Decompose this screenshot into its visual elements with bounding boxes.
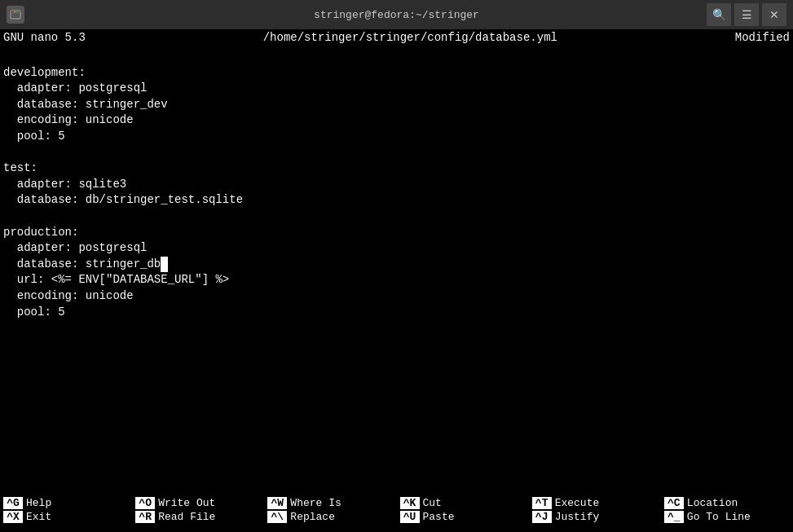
shortcut-label-justify: Justify [555,511,600,523]
svg-point-3 [14,11,15,13]
shortcut-label-cut: Cut [423,497,442,509]
shortcut-label-whereis: Where Is [290,497,341,509]
shortcut-label-paste: Paste [423,511,455,523]
window-title: stringer@fedora:~/stringer [314,9,479,21]
editor-area[interactable]: development: adapter: postgresql databas… [0,46,793,486]
shortcut-whereis-replace[interactable]: ^W Where Is ^\ Replace [264,488,396,532]
shortcut-help-row: ^G Help [3,497,51,509]
terminal-icon [7,6,24,24]
nano-header: GNU nano 5.3 /home/stringer/stringer/con… [0,29,793,46]
shortcut-label-readfile: Read File [158,511,215,523]
shortcut-key-writeout: ^O [135,497,155,509]
shortcut-paste-row: ^U Paste [400,511,455,523]
shortcut-bar: ^G Help ^X Exit ^O Write Out ^R Read Fil… [0,488,793,532]
shortcut-whereis-row: ^W Where Is [267,497,341,509]
title-buttons: 🔍 ☰ ✕ [707,3,786,26]
text-cursor [161,257,168,273]
shortcut-location-row: ^C Location [664,497,738,509]
svg-point-2 [12,11,14,13]
shortcut-exit-row: ^X Exit [3,511,51,523]
close-button[interactable]: ✕ [762,3,786,26]
menu-button[interactable]: ☰ [734,3,759,26]
editor-content: development: adapter: postgresql databas… [3,66,243,319]
shortcut-key-exit: ^X [3,511,23,523]
shortcut-key-readfile: ^R [135,511,155,523]
shortcut-replace-row: ^\ Replace [267,511,335,523]
shortcut-key-paste: ^U [400,511,420,523]
shortcut-label-replace: Replace [290,511,335,523]
shortcut-writeout-row: ^O Write Out [135,497,215,509]
shortcut-key-cut: ^K [400,497,420,509]
shortcut-key-help: ^G [3,497,23,509]
shortcut-key-gotoline: ^_ [664,511,684,523]
shortcut-cut-row: ^K Cut [400,497,442,509]
shortcut-write-read[interactable]: ^O Write Out ^R Read File [132,488,264,532]
shortcut-label-location: Location [687,497,738,509]
shortcut-label-help: Help [26,497,51,509]
shortcut-execute-row: ^T Execute [532,497,600,509]
shortcut-cut-paste[interactable]: ^K Cut ^U Paste [397,488,529,532]
nano-modified-status: Modified [735,31,793,44]
shortcut-label-exit: Exit [26,511,51,523]
search-button[interactable]: 🔍 [707,3,731,26]
shortcut-execute-justify[interactable]: ^T Execute ^J Justify [529,488,661,532]
shortcut-key-justify: ^J [532,511,552,523]
shortcut-key-replace: ^\ [267,511,287,523]
shortcut-label-gotoline: Go To Line [687,511,751,523]
title-left [7,6,24,24]
shortcut-key-whereis: ^W [267,497,287,509]
shortcut-key-location: ^C [664,497,684,509]
shortcut-key-execute: ^T [532,497,552,509]
svg-point-4 [16,11,18,13]
shortcut-label-writeout: Write Out [158,497,215,509]
title-bar: stringer@fedora:~/stringer 🔍 ☰ ✕ [0,0,793,29]
shortcut-location-gotoline[interactable]: ^C Location ^_ Go To Line [661,488,793,532]
nano-app-version: GNU nano 5.3 [0,31,86,44]
shortcut-label-execute: Execute [555,497,600,509]
shortcut-readfile-row: ^R Read File [135,511,215,523]
shortcut-gotoline-row: ^_ Go To Line [664,511,751,523]
nano-file-path: /home/stringer/stringer/config/database.… [86,31,735,44]
shortcut-help-exit[interactable]: ^G Help ^X Exit [0,488,132,532]
shortcut-justify-row: ^J Justify [532,511,600,523]
